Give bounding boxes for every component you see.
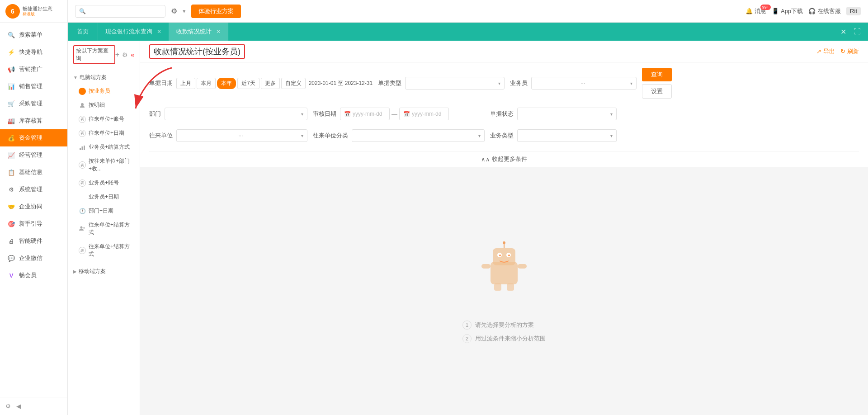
scheme-item-salesman-date[interactable]: ⚙ 业务员+日期 xyxy=(68,190,140,204)
purchase-icon: 🛒 xyxy=(7,99,15,108)
tab-collection-stats-close[interactable]: ✕ xyxy=(216,28,221,35)
scheme-item-partner-date[interactable]: 表 往来单位+日期 xyxy=(68,126,140,140)
partner-more-btn[interactable]: ··· xyxy=(238,132,243,139)
settings-footer-icon[interactable]: ⚙ xyxy=(5,403,11,410)
page-title-actions: ↗ 导出 ↻ 刷新 xyxy=(816,47,859,56)
collapse-footer-icon[interactable]: ◀ xyxy=(16,403,21,410)
sidebar-item-purchase[interactable]: 🛒 采购管理 xyxy=(0,95,67,112)
svg-rect-15 xyxy=(507,283,514,291)
scheme-item-salesman-account[interactable]: 表 业务员+账号 xyxy=(68,176,140,190)
business-type-arrow-icon: ▾ xyxy=(610,133,613,138)
query-button[interactable]: 查询 xyxy=(642,68,672,81)
date-range-text: 2023-01-01 至 2023-12-31 xyxy=(309,80,373,87)
page-body: 按以下方案查询 + ⚙ « ▼ 电脑端方案 按业务员 xyxy=(68,41,868,415)
sidebar-item-wechat[interactable]: 💬 企业微信 xyxy=(0,250,67,267)
page-title: 收款情况统计(按业务员) xyxy=(149,44,245,59)
online-service-button[interactable]: 🎧 在线客服 xyxy=(808,7,841,15)
partner-category-select[interactable]: ▾ xyxy=(352,129,485,142)
header-settings-icon[interactable]: ⚙ xyxy=(171,7,177,15)
filter-action-btns: 查询 设置 xyxy=(642,68,672,99)
scheme-item-partner-settle2[interactable]: 表 往来单位+结算方式 xyxy=(68,240,140,261)
scheme-item-by-detail[interactable]: 按明细 xyxy=(68,98,140,112)
download-icon: 📱 xyxy=(772,8,779,14)
export-button[interactable]: ↗ 导出 xyxy=(816,47,835,56)
filter-row-3: 往来单位 ··· ▾ 往来单位分类 ▾ xyxy=(149,129,859,146)
collapse-more-btn[interactable]: ∧∧ 收起更多条件 xyxy=(149,151,859,167)
filter-partner: 往来单位 ··· ▾ xyxy=(149,129,307,142)
scheme-settings-btn[interactable]: ⚙ xyxy=(122,51,128,58)
filter-date-item: 单据日期 上月 本月 本年 近7天 更多 自定义 2023-01-01 至 20… xyxy=(149,78,373,89)
sidebar-item-warehouse[interactable]: 🏭 库存核算 xyxy=(0,112,67,129)
window-maximize-btn[interactable]: ⛶ xyxy=(850,28,864,36)
tab-bank-flow[interactable]: 现金银行流水查询 ✕ xyxy=(98,23,169,41)
tab-home-label: 首页 xyxy=(77,28,89,36)
sidebar-item-base[interactable]: 📋 基础信息 xyxy=(0,164,67,181)
doc-status-select[interactable]: ▾ xyxy=(517,108,617,120)
sidebar-item-search[interactable]: 🔍 搜索菜单 xyxy=(0,26,67,43)
scheme-item-dept-date[interactable]: 🕐 部门+日期 xyxy=(68,204,140,218)
left-panel: 按以下方案查询 + ⚙ « ▼ 电脑端方案 按业务员 xyxy=(68,41,140,415)
svg-point-11 xyxy=(508,255,510,256)
sidebar-item-vip[interactable]: V 畅会员 xyxy=(0,267,67,284)
tab-bank-flow-close[interactable]: ✕ xyxy=(157,28,161,35)
review-date-start[interactable]: 📅 yyyy-mm-dd xyxy=(340,108,390,120)
refresh-button[interactable]: ↻ 刷新 xyxy=(840,47,859,56)
scheme-group-mobile-title[interactable]: ▶ 移动端方案 xyxy=(68,265,140,278)
sidebar: 6 畅捷通好生意 标准版 🔍 搜索菜单 ⚡ 快捷导航 📢 营销推广 📊 xyxy=(0,0,68,415)
notification-button[interactable]: 🔔 消息 99+ xyxy=(745,7,766,15)
scheme-item-partner-settle1[interactable]: 往来单位+结算方式 xyxy=(68,218,140,240)
salesman-more-btn[interactable]: ··· xyxy=(580,80,585,86)
marketing-icon: 📢 xyxy=(7,65,15,73)
refresh-icon: ↻ xyxy=(840,48,845,55)
filter-area: 单据日期 上月 本月 本年 近7天 更多 自定义 2023-01-01 至 20… xyxy=(140,62,868,167)
date-btn-custom[interactable]: 自定义 xyxy=(281,78,306,89)
tab-collection-stats[interactable]: 收款情况统计 ✕ xyxy=(169,23,228,41)
sidebar-item-system[interactable]: ⚙ 系统管理 xyxy=(0,181,67,198)
scheme-item-by-salesman[interactable]: 按业务员 xyxy=(68,84,140,98)
sidebar-item-guide[interactable]: 🎯 新手引导 xyxy=(0,215,67,232)
partner-select[interactable]: ··· ▾ xyxy=(176,129,307,142)
sidebar-item-enterprise[interactable]: 🤝 企业协同 xyxy=(0,198,67,215)
date-btn-prev-month[interactable]: 上月 xyxy=(176,78,195,89)
svg-rect-13 xyxy=(518,264,527,269)
settings-button[interactable]: 设置 xyxy=(642,84,672,99)
sidebar-item-marketing[interactable]: 📢 营销推广 xyxy=(0,61,67,78)
scheme-item-salesman-settle[interactable]: 业务员+结算方式 xyxy=(68,140,140,154)
trial-button[interactable]: 体验行业方案 xyxy=(191,5,241,18)
header-search[interactable]: 🔍 xyxy=(75,5,165,18)
scheme-item-partner-account[interactable]: 表 往来单位+账号 xyxy=(68,112,140,126)
date-btn-more[interactable]: 更多 xyxy=(261,78,280,89)
date-btn-this-month[interactable]: 本月 xyxy=(197,78,216,89)
sidebar-item-sales[interactable]: 📊 销售管理 xyxy=(0,78,67,95)
filter-partner-category: 往来单位分类 ▾ xyxy=(313,129,485,142)
doc-type-select[interactable]: ▾ xyxy=(405,77,505,90)
window-close-btn[interactable]: ✕ xyxy=(837,28,850,36)
bell-icon: 🔔 xyxy=(745,8,753,14)
add-scheme-btn[interactable]: + xyxy=(115,51,119,59)
date-btn-last7[interactable]: 近7天 xyxy=(237,78,259,89)
sidebar-item-finance[interactable]: 💰 资金管理 xyxy=(0,129,67,146)
sidebar-label-hardware: 智能硬件 xyxy=(19,237,42,245)
sidebar-label-quicknav: 快捷导航 xyxy=(19,48,42,56)
business-type-select[interactable]: ▾ xyxy=(517,129,617,142)
app-download-button[interactable]: 📱 App下载 xyxy=(772,7,803,15)
sales-icon: 📊 xyxy=(7,82,15,90)
partner-arrow-icon: ▾ xyxy=(301,133,303,138)
salesman-select[interactable]: ··· ▾ xyxy=(531,77,637,90)
sidebar-item-quicknav[interactable]: ⚡ 快捷导航 xyxy=(0,43,67,61)
tab-home[interactable]: 首页 xyxy=(68,23,98,41)
header-dropdown-icon[interactable]: ▾ xyxy=(183,8,186,14)
scheme-collapse-btn[interactable]: « xyxy=(131,51,134,58)
dept-select[interactable]: ▾ xyxy=(165,108,307,120)
user-avatar-button[interactable]: Rit xyxy=(846,7,861,15)
sidebar-item-hardware[interactable]: 🖨 智能硬件 xyxy=(0,232,67,250)
tab-bar: 首页 现金银行流水查询 ✕ 收款情况统计 ✕ ✕ ⛶ xyxy=(68,23,868,41)
sidebar-label-vip: 畅会员 xyxy=(19,271,37,279)
date-btn-this-year[interactable]: 本年 xyxy=(217,78,236,89)
scheme-item-partner-dept-collect[interactable]: 表 按往来单位+部门+收... xyxy=(68,154,140,176)
review-date-end[interactable]: 📅 yyyy-mm-dd xyxy=(399,108,449,120)
sidebar-item-business[interactable]: 📈 经营管理 xyxy=(0,146,67,164)
sidebar-label-search: 搜索菜单 xyxy=(19,31,42,39)
search-icon: 🔍 xyxy=(7,31,15,39)
scheme-group-desktop-title[interactable]: ▼ 电脑端方案 xyxy=(68,71,140,84)
